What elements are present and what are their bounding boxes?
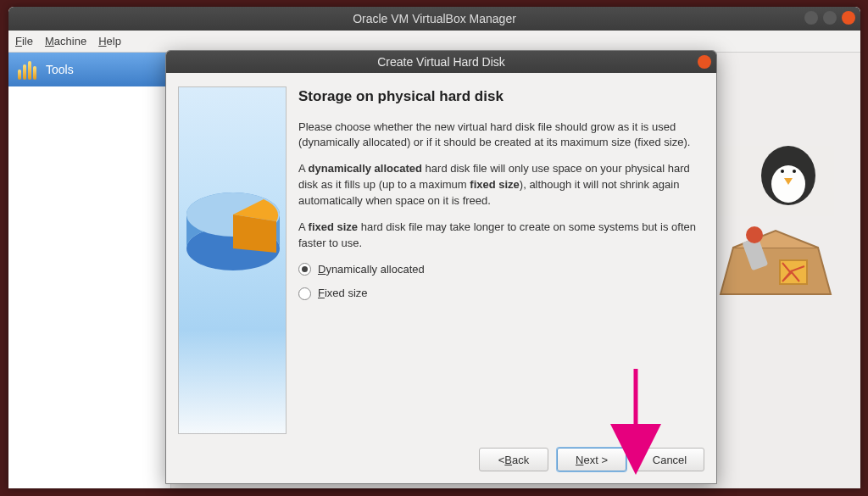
dialog-button-row: < Back Next > Cancel bbox=[166, 441, 716, 483]
cancel-button[interactable]: Cancel bbox=[635, 448, 704, 471]
svg-point-9 bbox=[746, 226, 763, 243]
mascot-illustration bbox=[708, 137, 843, 307]
back-button[interactable]: < Back bbox=[479, 448, 548, 471]
dialog-paragraph-1: Please choose whether the new virtual ha… bbox=[298, 120, 701, 152]
radio-input-icon bbox=[298, 287, 311, 300]
radio-input-icon bbox=[298, 263, 311, 276]
storage-type-radio-group: Dynamically allocated Fixed size bbox=[298, 262, 701, 303]
next-button[interactable]: Next > bbox=[557, 448, 626, 471]
dialog-paragraph-2: A dynamically allocated hard disk file w… bbox=[298, 161, 701, 209]
close-button[interactable] bbox=[842, 11, 855, 25]
tools-icon bbox=[17, 59, 37, 80]
radio-dynamically-allocated[interactable]: Dynamically allocated bbox=[298, 262, 701, 278]
dialog-title: Create Virtual Hard Disk bbox=[377, 55, 505, 69]
dialog-paragraph-3: A fixed size hard disk file may take lon… bbox=[298, 220, 701, 252]
window-title: Oracle VM VirtualBox Manager bbox=[353, 12, 516, 25]
window-controls bbox=[804, 11, 855, 25]
dialog-heading: Storage on physical hard disk bbox=[298, 86, 701, 108]
dialog-close-button[interactable] bbox=[698, 55, 711, 69]
dialog-illustration bbox=[178, 86, 287, 434]
dialog-text-area: Storage on physical hard disk Please cho… bbox=[298, 86, 701, 434]
sidebar: Tools bbox=[8, 53, 171, 488]
menu-machine[interactable]: Machine bbox=[45, 35, 86, 47]
dialog-titlebar: Create Virtual Hard Disk bbox=[166, 51, 716, 73]
radio-fixed-size[interactable]: Fixed size bbox=[298, 286, 701, 302]
main-titlebar: Oracle VM VirtualBox Manager bbox=[8, 7, 860, 31]
menu-help[interactable]: Help bbox=[98, 35, 121, 47]
maximize-button[interactable] bbox=[823, 11, 837, 25]
svg-point-5 bbox=[793, 170, 796, 173]
dialog-body: Storage on physical hard disk Please cho… bbox=[166, 73, 716, 441]
sidebar-item-tools[interactable]: Tools bbox=[8, 53, 170, 86]
create-disk-dialog: Create Virtual Hard Disk Storage on phys… bbox=[165, 50, 717, 484]
sidebar-item-label: Tools bbox=[46, 63, 74, 76]
svg-point-4 bbox=[781, 170, 784, 173]
minimize-button[interactable] bbox=[804, 11, 818, 25]
menu-file[interactable]: File bbox=[15, 35, 33, 47]
